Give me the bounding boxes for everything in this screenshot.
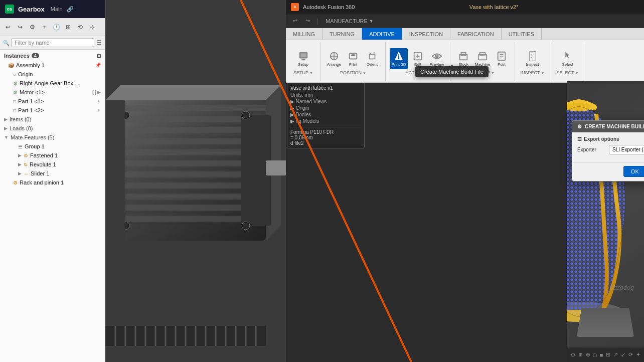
part1-label: Part 1 <1>: [18, 98, 44, 104]
tab-inspection[interactable]: INSPECTION: [402, 28, 450, 40]
part2-item[interactable]: □ Part 1 <2> ✦: [0, 106, 105, 115]
redo-icon[interactable]: ↪: [15, 22, 25, 32]
list-icon[interactable]: ☰: [96, 39, 102, 46]
printer-info: Formiga P110 FDR = 0.06mm d file2: [290, 127, 361, 146]
clock-icon[interactable]: 🕐: [51, 22, 61, 32]
exporter-select[interactable]: SLI Exporter (.sli): [609, 145, 644, 154]
items-label: Items (0): [10, 116, 31, 122]
svg-point-52: [398, 58, 400, 59]
print3d-icon[interactable]: Print 3D: [390, 48, 408, 69]
motor-icon: ⚙: [13, 90, 18, 95]
fb-close[interactable]: ⊗: [586, 351, 590, 358]
svg-rect-19: [266, 160, 286, 175]
rack-pinion-item[interactable]: ⚙ Rack and pinion 1: [0, 178, 105, 187]
origin-label: Origin: [18, 71, 33, 77]
cmb-ok-button[interactable]: OK: [623, 166, 644, 177]
tab-turning[interactable]: TURNING: [323, 28, 362, 40]
part1-item[interactable]: □ Part 1 <1> ✦: [0, 97, 105, 106]
mate-features-section[interactable]: ▼ Mate Features (5): [0, 133, 105, 142]
settings-icon[interactable]: ⚙: [27, 22, 37, 32]
select-cursor-icon[interactable]: Select: [559, 48, 577, 69]
group1-item[interactable]: ☰ Group 1: [0, 142, 105, 151]
redo-btn[interactable]: ↪: [302, 17, 313, 25]
cmb-dialog-body: ☰ Export options Exporter SLI Exporter (…: [572, 132, 644, 162]
ribbon-group-position: Arrange Print Orient POSITION ▼: [321, 42, 386, 81]
fusion-info-panel: Vase with lattice v1 Units: mm ▶ Named V…: [287, 83, 365, 148]
search-bar: 🔍 ☰: [0, 36, 105, 50]
svg-rect-60: [480, 52, 486, 55]
insert-icon[interactable]: ＋: [39, 22, 49, 32]
exporter-select-wrapper: SLI Exporter (.sli): [609, 145, 644, 154]
items-section[interactable]: ▶ Items (0): [0, 115, 105, 124]
motor-expand-icon[interactable]: [ ] ▶: [92, 90, 101, 95]
tab-additive[interactable]: ADDITIVE: [362, 28, 402, 40]
tab-fabrication[interactable]: FABRICATION: [450, 28, 502, 40]
assemble-icon[interactable]: ⊞: [63, 22, 73, 32]
onshape-nav: Main: [51, 6, 63, 12]
fb-expand[interactable]: ↗: [613, 351, 618, 358]
loads-section[interactable]: ▶ Loads (0): [0, 124, 105, 133]
revolute1-icon: ↻: [24, 162, 28, 167]
fusion-bottombar: ⊙ ⊕ ⊗ □ ■ ⊞ ↗ ↙ ⟳ ✦ ↑ ⊡ ⊟: [567, 347, 644, 362]
expand-icon[interactable]: ⊡: [97, 53, 101, 59]
assembly-item[interactable]: 📦 Assembly 1 📌: [0, 61, 105, 70]
gearbox-item[interactable]: ⚙ Right-Angle Gear Box ...: [0, 79, 105, 88]
setup-icon[interactable]: Setup: [294, 48, 312, 69]
tab-milling[interactable]: MILLING: [286, 28, 323, 40]
rack-pinion-label: Rack and pinion 1: [20, 179, 64, 186]
fb-rotate[interactable]: ⟳: [628, 351, 633, 358]
filter-icon: 🔍: [3, 40, 9, 46]
orient-icon[interactable]: Orient: [363, 48, 381, 69]
undo-btn[interactable]: ↩: [290, 17, 300, 25]
position-group-label: POSITION ▼: [340, 70, 366, 75]
arrange-icon[interactable]: Arrange: [325, 48, 343, 69]
tab-utilities[interactable]: UTILITIES: [502, 28, 542, 40]
print-icon[interactable]: Print: [344, 48, 362, 69]
fb-add[interactable]: ⊕: [578, 351, 583, 358]
named-views-row[interactable]: ▶ Named Views: [290, 99, 361, 104]
ruler-icon[interactable]: Inspect: [524, 48, 542, 69]
models-row[interactable]: ▶ ng Models: [290, 118, 361, 124]
fastened1-item[interactable]: ▶ ⚙ Fastened 1: [0, 151, 105, 160]
slider1-icon: ↔: [24, 171, 29, 176]
fusion-topbar: A Autodesk Fusion 360 Vase with lattice …: [286, 0, 644, 14]
select-icons: Select: [559, 48, 577, 69]
grid-icon[interactable]: ⊹: [87, 22, 97, 32]
svg-rect-3: [105, 105, 266, 111]
manufacture-dropdown[interactable]: MANUFACTURE ▼: [323, 17, 377, 25]
fb-stack[interactable]: ⊞: [606, 351, 610, 358]
loads-label: Loads (0): [10, 125, 33, 131]
post-icon[interactable]: Post: [493, 48, 511, 69]
cmb-dialog-footer: OK Cancel: [572, 162, 644, 181]
fb-star[interactable]: ✦: [636, 351, 640, 358]
bodies-row[interactable]: ▶ Bodies: [290, 112, 361, 117]
onshape-viewport: [105, 0, 286, 362]
move-icon[interactable]: ⟲: [75, 22, 85, 32]
svg-rect-41: [301, 59, 305, 60]
search-input[interactable]: [11, 38, 94, 47]
slider1-item[interactable]: ▶ ↔ Slider 1: [0, 169, 105, 178]
units-row: Units: mm: [290, 92, 361, 98]
revolute1-item[interactable]: ▶ ↻ Revolute 1: [0, 160, 105, 169]
fb-grid[interactable]: □: [593, 352, 597, 358]
cmb-dialog-header: ⚙ CREATE MACHINE BUILD FILE: [572, 121, 644, 132]
origin-row[interactable]: ▶ Origin: [290, 105, 361, 111]
fb-layers[interactable]: ■: [600, 352, 603, 358]
vase-signature: Razodog: [609, 284, 634, 292]
motor-item[interactable]: ⚙ Motor <1> [ ] ▶: [0, 88, 105, 97]
onshape-panel: os Gearbox Main 🔗 ↩ ↪ ⚙ ＋ 🕐 ⊞ ⟲ ⊹ 🔍 ☰ In…: [0, 0, 105, 362]
fusion-title-bar: Vase with lattice v2*: [359, 4, 629, 10]
gearbox-icon: ⚙: [13, 81, 18, 86]
fb-settings[interactable]: ⊙: [571, 351, 575, 358]
svg-marker-1: [105, 85, 281, 100]
ribbon-group-setup: Setup SETUP ▼: [286, 42, 321, 81]
part1-mate: ✦: [97, 99, 101, 104]
cmb-dialog-title: CREATE MACHINE BUILD FILE: [585, 124, 644, 129]
mate-label: Mate Features (5): [11, 134, 54, 140]
fusion-doc-title: Vase with lattice v2*: [469, 4, 519, 10]
fb-contract[interactable]: ↙: [621, 351, 625, 358]
undo-icon[interactable]: ↩: [3, 22, 13, 32]
cmb-tooltip: Create Machine Build File: [415, 66, 489, 77]
origin-item[interactable]: ○ Origin: [0, 70, 105, 79]
gearbox-label: Right-Angle Gear Box ...: [20, 80, 79, 86]
